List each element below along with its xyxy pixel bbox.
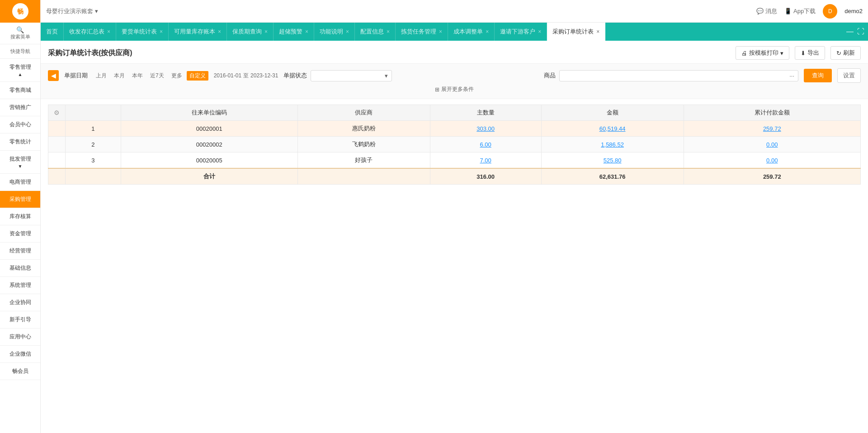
sidebar-item-label: 经营管理 — [9, 247, 31, 255]
sidebar-item-label: 企业协同 — [9, 299, 31, 306]
tab-maximize-icon[interactable]: ⛶ — [857, 28, 864, 36]
tab-close-icon[interactable]: × — [538, 29, 541, 35]
goods-input[interactable]: ··· — [559, 70, 798, 81]
print-button[interactable]: 🖨 按模板打印 ▾ — [736, 46, 789, 60]
tab-close-icon[interactable]: × — [387, 29, 390, 35]
tab-close-icon[interactable]: × — [486, 29, 489, 35]
sidebar-item-basic-info[interactable]: 基础信息 — [0, 260, 40, 277]
expand-more-label: 展开更多条件 — [441, 86, 474, 93]
row-supplier-code: 00020002 — [121, 137, 297, 152]
sidebar-item-label: 零售统计 — [9, 138, 31, 146]
table-row: 2 00020002 飞鹤奶粉 6.00 1,586.52 0.00 — [48, 137, 861, 152]
date-shortcut-last-month[interactable]: 上月 — [93, 71, 109, 81]
user-name[interactable]: demo2 — [844, 8, 863, 14]
chevron-down-icon: ▾ — [385, 72, 388, 79]
sidebar-item-wholesale-mgmt[interactable]: 批发管理 ▼ — [0, 151, 40, 174]
tab-order-summary[interactable]: 要货单统计表 × — [116, 23, 169, 41]
sidebar-item-operations[interactable]: 经营管理 — [0, 243, 40, 260]
message-btn[interactable]: 💬 消息 — [756, 7, 777, 15]
col-header-settings: ⚙ — [48, 105, 66, 121]
tab-home[interactable]: 首页 — [41, 23, 64, 41]
date-shortcut-more[interactable]: 更多 — [169, 71, 185, 81]
sidebar-item-retail-mall[interactable]: 零售商城 — [0, 82, 40, 99]
sidebar-item-quick-nav[interactable]: 快捷导航 — [0, 44, 40, 59]
tab-task-mgmt[interactable]: 拣货任务管理 × — [396, 23, 448, 41]
sidebar-item-label: 零售管理 — [9, 63, 31, 71]
print-icon: 🖨 — [741, 50, 747, 57]
summary-empty1 — [48, 168, 66, 185]
date-custom-tag[interactable]: 自定义 — [187, 71, 208, 81]
tab-close-icon[interactable]: × — [305, 29, 308, 35]
sidebar-item-corp-collab[interactable]: 企业协同 — [0, 294, 40, 311]
sidebar-item-marketing[interactable]: 营销推广 — [0, 99, 40, 116]
tab-close-icon[interactable]: × — [596, 29, 599, 35]
row-settings — [48, 137, 66, 152]
expand-more-button[interactable]: ⊞ 展开更多条件 — [435, 86, 474, 93]
user-avatar-label: D — [828, 8, 832, 14]
row-supplier-code: 00020005 — [121, 152, 297, 169]
sidebar-item-purchase-mgmt[interactable]: 采购管理 — [0, 191, 40, 208]
row-quantity: 7.00 — [430, 152, 541, 169]
user-avatar[interactable]: D — [823, 4, 837, 19]
tab-close-icon[interactable]: × — [264, 29, 268, 35]
summary-quantity: 316.00 — [430, 168, 541, 185]
sidebar-item-new-guide[interactable]: 新手引导 — [0, 311, 40, 328]
workspace-selector[interactable]: 母婴行业演示账套 ▾ — [46, 7, 98, 15]
tab-overstock-alert[interactable]: 超储预警 × — [274, 23, 314, 41]
settings-button[interactable]: 设置 — [837, 68, 861, 83]
summary-label: 合计 — [121, 168, 297, 185]
tab-label: 要货单统计表 — [122, 28, 157, 36]
tab-bar: 首页 收发存汇总表 × 要货单统计表 × 可用量库存账本 × 保质期查询 × 超… — [41, 23, 868, 41]
row-amount: 60,519.44 — [541, 121, 684, 137]
row-quantity: 6.00 — [430, 137, 541, 152]
col-header-index — [66, 105, 121, 121]
tab-function-desc[interactable]: 功能说明 × — [314, 23, 355, 41]
tab-close-icon[interactable]: × — [218, 29, 221, 35]
table-row: 1 00020001 惠氏奶粉 303.00 60,519.44 259.72 — [48, 121, 861, 137]
date-shortcut-this-month[interactable]: 本月 — [111, 71, 127, 81]
page-title: 采购订单统计表(按供应商) — [48, 48, 132, 58]
sidebar-item-member2[interactable]: 畅会员 — [0, 363, 40, 380]
tab-cost-adjust[interactable]: 成本调整单 × — [448, 23, 495, 41]
tab-label: 采购订单统计表 — [552, 28, 594, 36]
tab-close-icon[interactable]: × — [346, 29, 349, 35]
tab-receive-summary[interactable]: 收发存汇总表 × — [64, 23, 116, 41]
settings-icon[interactable]: ⚙ — [54, 109, 60, 116]
tab-purchase-summary[interactable]: 采购订单统计表 × — [547, 23, 605, 41]
query-button[interactable]: 查询 — [804, 69, 832, 82]
row-settings — [48, 121, 66, 137]
sidebar-item-finance[interactable]: 资金管理 — [0, 225, 40, 243]
tab-expiry-query[interactable]: 保质期查询 × — [227, 23, 274, 41]
sidebar-item-app-center[interactable]: 应用中心 — [0, 328, 40, 346]
date-shortcut-7days[interactable]: 近7天 — [147, 71, 167, 81]
sidebar-item-ecommerce[interactable]: 电商管理 — [0, 174, 40, 191]
sidebar-item-retail-mgmt[interactable]: 零售管理 ▲ — [0, 59, 40, 82]
chevron-down-icon: ⊞ — [435, 86, 439, 93]
sidebar-item-system[interactable]: 系统管理 — [0, 277, 40, 294]
sidebar-item-search[interactable]: 🔍 搜索英单 — [0, 23, 40, 44]
chevron-down-icon: ▾ — [95, 8, 98, 14]
tab-close-icon[interactable]: × — [107, 29, 110, 35]
filter-row-main: ◀ 单据日期 上月 本月 本年 近7天 更多 自定义 2016-01-01 至 … — [48, 68, 861, 83]
row-supplier-name: 好孩子 — [297, 152, 430, 169]
refresh-button[interactable]: ↻ 刷新 — [830, 46, 861, 60]
sidebar-item-inventory[interactable]: 库存核算 — [0, 208, 40, 225]
tab-invite-downstream[interactable]: 邀请下游客户 × — [495, 23, 547, 41]
tab-close-icon[interactable]: × — [160, 29, 163, 35]
sidebar-item-label: 基础信息 — [9, 264, 31, 272]
sidebar-item-corp-wechat[interactable]: 企业微信 — [0, 346, 40, 363]
filter-toggle-button[interactable]: ◀ — [48, 70, 59, 81]
sidebar-item-label: 系统管理 — [9, 281, 31, 289]
export-button[interactable]: ⬇ 导出 — [795, 46, 825, 60]
summary-empty3 — [297, 168, 430, 185]
tab-config-info[interactable]: 配置信息 × — [355, 23, 396, 41]
filter-goods-wrapper: 商品 ··· — [544, 70, 798, 81]
tab-available-stock[interactable]: 可用量库存账本 × — [169, 23, 227, 41]
tab-minimize-icon[interactable]: — — [846, 28, 854, 36]
status-select[interactable]: ▾ — [311, 70, 392, 81]
sidebar-item-member[interactable]: 会员中心 — [0, 116, 40, 133]
app-download-btn[interactable]: 📱 App下载 — [784, 7, 816, 15]
sidebar-item-retail-stats[interactable]: 零售统计 — [0, 133, 40, 151]
date-shortcut-this-year[interactable]: 本年 — [129, 71, 146, 81]
tab-close-icon[interactable]: × — [439, 29, 442, 35]
